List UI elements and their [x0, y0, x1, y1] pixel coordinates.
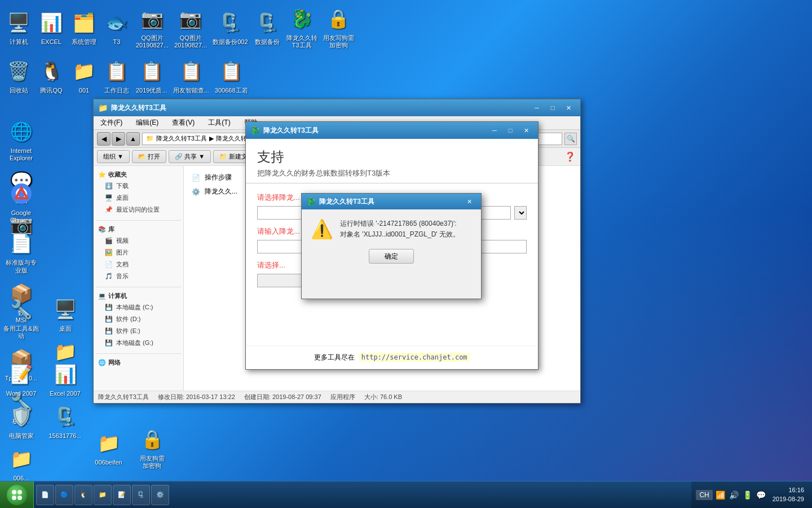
- desktop-icon-jltools[interactable]: 🐉 降龙久久转T3工具: [284, 3, 320, 51]
- desktop-icon-excel[interactable]: 📊 EXCEL: [36, 3, 67, 51]
- desktop-icon-computer[interactable]: 🖥️ 计算机: [3, 3, 34, 51]
- network-header[interactable]: 🌐 网络: [96, 356, 181, 368]
- tray-clock: 16:16 2019-08-29: [769, 486, 807, 503]
- dialog-title: 降龙久久转T3工具: [319, 197, 462, 207]
- taskbar-item-settings[interactable]: ⚙️: [151, 485, 169, 505]
- taskbar-item-qq[interactable]: 🐧: [74, 485, 92, 505]
- taskbar-item-folder[interactable]: 📁: [94, 485, 112, 505]
- taskbar-item-pdf[interactable]: 📄: [36, 485, 54, 505]
- forward-button[interactable]: ▶: [112, 132, 125, 146]
- status-selected: 降龙久久转T3工具: [98, 393, 149, 401]
- app-minimize-button[interactable]: ─: [487, 125, 502, 136]
- app-close-button[interactable]: ✕: [519, 125, 533, 136]
- computer-header[interactable]: 💻 计算机: [96, 290, 181, 301]
- taskbar-item-archive[interactable]: 🗜️: [132, 485, 150, 505]
- sidebar-item-c-drive[interactable]: 💾 本地磁盘 (C:): [96, 301, 181, 313]
- app-title: 降龙久久转T3工具: [263, 126, 487, 135]
- ok-button[interactable]: 确定: [369, 249, 414, 264]
- desktop-icon-word2007[interactable]: 📝 Word 2007: [0, 358, 42, 400]
- favorites-header[interactable]: ⭐ 收藏夹: [96, 168, 181, 180]
- sidebar-item-download[interactable]: ⬇️ 下载: [96, 180, 181, 192]
- taskbar-item-chrome[interactable]: 🔵: [55, 485, 73, 505]
- warning-icon: ⚠️: [311, 218, 333, 240]
- app-maximize-button[interactable]: □: [503, 125, 518, 136]
- desktop-icon-worklog[interactable]: 📋 工作日志: [101, 55, 133, 97]
- dialog-titlebar[interactable]: 🐉 降龙久久转T3工具 ✕: [302, 194, 481, 209]
- library-header[interactable]: 📚 库: [96, 223, 181, 235]
- sidebar-item-desktop[interactable]: 🖥️ 桌面: [96, 192, 181, 204]
- tray-speaker-icon[interactable]: 🔊: [729, 489, 740, 501]
- sidebar-item-pictures[interactable]: 🖼️ 图片: [96, 247, 181, 259]
- desktop-icon-300668[interactable]: 📋 300668工若: [213, 55, 250, 97]
- desktop-icon-ie[interactable]: 🌐 InternetExplorer: [0, 116, 42, 164]
- taskbar-item-word[interactable]: 📝: [113, 485, 131, 505]
- menu-edit[interactable]: 编辑(E): [131, 117, 163, 129]
- desktop-icon-pcmaster[interactable]: 🛡️ 电脑管家: [0, 401, 42, 442]
- start-button[interactable]: [0, 481, 34, 509]
- tray-notification-icon[interactable]: 💬: [756, 489, 767, 501]
- desktop-icon-standard[interactable]: 📄 标准版与专业版: [0, 227, 42, 276]
- error-dialog: 🐉 降龙久久转T3工具 ✕ ⚠️ 运行时错误 '-2147217865 (800…: [301, 193, 482, 299]
- up-button[interactable]: ▲: [126, 132, 140, 146]
- desktop-icon-backup002[interactable]: 🗜️ 数据备份002: [210, 3, 250, 51]
- desktop-icon-ufida[interactable]: 📋 用友智能查...: [171, 55, 211, 97]
- desktop-icon-chrome[interactable]: GoogleChrome: [0, 178, 42, 226]
- help-icon[interactable]: ❓: [563, 150, 577, 164]
- favorites-section: ⭐ 收藏夹 ⬇️ 下载 🖥️ 桌面 📌 最近访问的位置: [96, 168, 181, 216]
- video-icon: 🎬: [105, 237, 113, 244]
- download-icon: ⬇️: [105, 182, 113, 190]
- dialog-close-button[interactable]: ✕: [462, 196, 476, 207]
- desktop-icon-backup[interactable]: 🗜️ 数据备份: [251, 3, 283, 51]
- back-button[interactable]: ◀: [97, 132, 111, 146]
- menu-tools[interactable]: 工具(T): [204, 117, 235, 129]
- app-header-title: 支持: [257, 148, 527, 166]
- desktop-icon-recycle[interactable]: 🗑️ 回收站: [3, 55, 34, 97]
- desktop-icon-tools[interactable]: 🔧 备用工具&跑动: [0, 294, 42, 342]
- menu-file[interactable]: 文件(F): [96, 117, 127, 129]
- clock-time: 16:16: [773, 486, 804, 494]
- sidebar-item-d-drive[interactable]: 💾 软件 (D:): [96, 313, 181, 325]
- sidebar-item-g-drive[interactable]: 💾 本地磁盘 (G:): [96, 337, 181, 349]
- sidebar-item-e-drive[interactable]: 💾 软件 (E:): [96, 325, 181, 337]
- organize-button[interactable]: 组织 ▼: [97, 150, 130, 163]
- sidebar-item-video[interactable]: 🎬 视频: [96, 235, 181, 247]
- desktop-icon-qq[interactable]: 🐧 腾讯QQ: [36, 55, 67, 97]
- desktop-icon-001[interactable]: 📁 001: [68, 55, 100, 97]
- search-button[interactable]: 🔍: [564, 133, 577, 145]
- desktop-icon-2019[interactable]: 📋 2019优质...: [134, 55, 170, 97]
- drive-icon-e: 💾: [105, 327, 113, 335]
- maximize-button[interactable]: □: [545, 102, 560, 113]
- sidebar-item-docs[interactable]: 📄 文档: [96, 259, 181, 270]
- menu-view[interactable]: 查看(V): [167, 117, 199, 129]
- desktop-icon-006beif[interactable]: 📁 006beifen: [87, 423, 130, 472]
- desktop-icon-excel2007[interactable]: 📊 Excel 2007: [44, 358, 86, 400]
- app-titlebar[interactable]: 🐉 降龙久久转T3工具 ─ □ ✕: [246, 122, 538, 139]
- network-section: 🌐 网络: [96, 356, 181, 368]
- open-button[interactable]: 📂 打开: [132, 150, 166, 163]
- drive-icon: 💾: [105, 304, 113, 311]
- desktop-icon-qq2[interactable]: 📷 QQ图片20190827...: [172, 3, 209, 51]
- desktop-icon-encrypt[interactable]: 🔒 用友写狗需加密狗: [321, 3, 356, 51]
- section1-select[interactable]: [514, 206, 527, 220]
- sidebar-item-music[interactable]: 🎵 音乐: [96, 270, 181, 282]
- taskbar-items: 📄 🔵 🐧 📁 📝 🗜️ ⚙️: [34, 481, 691, 508]
- footer-link[interactable]: http://service.chanjet.com: [359, 353, 470, 362]
- desktop-icon-sysadmin[interactable]: 🗂️ 系统管理: [68, 3, 100, 51]
- minimize-button[interactable]: ─: [529, 102, 544, 113]
- sidebar-item-recent[interactable]: 📌 最近访问的位置: [96, 204, 181, 216]
- share-button[interactable]: 🔗 共享 ▼: [169, 150, 211, 163]
- desktop-icon-15631776a[interactable]: 🗜️ 15631776...: [44, 401, 86, 442]
- file-explorer-title: 降龙久久转T3工具: [111, 103, 529, 113]
- app-footer: 更多工具尽在 http://service.chanjet.com: [246, 345, 538, 369]
- desktop-icon-desktop[interactable]: 🖥️ 桌面: [44, 294, 86, 335]
- close-button[interactable]: ✕: [561, 102, 576, 113]
- file-explorer-titlebar[interactable]: 📁 降龙久久转T3工具 ─ □ ✕: [94, 99, 580, 116]
- desktop-icon-ufida2[interactable]: 🔒 用友狗需加密狗: [131, 423, 173, 472]
- music-icon: 🎵: [105, 273, 113, 280]
- start-orb: [7, 485, 27, 505]
- folder-taskbar-icon: 📁: [99, 491, 107, 498]
- desktop-icon-qq1[interactable]: 📷 QQ图片20190827...: [134, 3, 171, 51]
- desktop-icon-t3[interactable]: 🐟 T3: [101, 3, 133, 51]
- desktop-icon-006b[interactable]: 📁 006...: [0, 443, 42, 484]
- tray-language[interactable]: CH: [696, 490, 712, 500]
